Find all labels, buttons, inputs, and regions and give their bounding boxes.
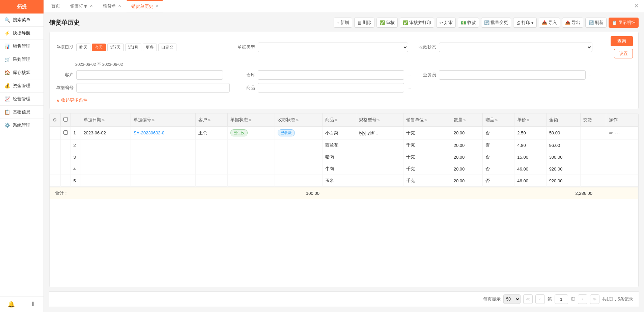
th-goods[interactable]: 商品⇅ xyxy=(322,113,356,127)
edit-action-btn[interactable]: ✏ xyxy=(609,130,613,136)
query-button[interactable]: 查询 xyxy=(611,36,633,46)
first-page-btn[interactable]: ≪ xyxy=(523,294,533,304)
th-unit[interactable]: 销售单位⇅ xyxy=(403,113,451,127)
date-1month-btn[interactable]: 近1月 xyxy=(125,44,142,51)
th-doc-date[interactable]: 单据日期⇅ xyxy=(81,113,131,127)
th-qty[interactable]: 数量⇅ xyxy=(451,113,482,127)
td-action xyxy=(606,151,638,163)
date-more-btn[interactable]: 更多 xyxy=(143,44,157,51)
page-input[interactable] xyxy=(555,294,568,304)
td-customer xyxy=(196,151,227,163)
tab-bar-close-btn[interactable]: ✕ xyxy=(632,3,641,9)
td-doc-status xyxy=(227,175,275,187)
filter-goods-input[interactable] xyxy=(258,83,404,93)
export-button[interactable]: 📤 导出 xyxy=(562,18,583,28)
prev-page-btn[interactable]: ‹ xyxy=(535,294,545,304)
th-spec[interactable]: 规格型号⇅ xyxy=(356,113,403,127)
notification-btn[interactable]: 🔔 xyxy=(5,299,18,309)
settings-button[interactable]: 设置 xyxy=(614,49,633,58)
print-button[interactable]: 🖨 打印 ▾ xyxy=(513,18,537,28)
td-action: ✏⋯ xyxy=(606,127,638,139)
filter-warehouse-suffix[interactable]: ... xyxy=(408,73,411,77)
table-row: 5 玉米 千克 20.00 否 46.00 920.00 xyxy=(50,175,638,187)
filter-panel: 单据日期 昨天 今天 近7天 近1月 更多 自定义 单据类型 xyxy=(49,32,639,109)
batch-change-button[interactable]: 🔄 批量变更 xyxy=(481,18,511,28)
data-table-container: ⚙ 单据日期⇅ 单据编号⇅ 客户⇅ xyxy=(49,113,639,287)
date-custom-btn[interactable]: 自定义 xyxy=(158,44,176,51)
tab-sales-order[interactable]: 销售订单 ✕ xyxy=(65,0,97,12)
date-today-btn[interactable]: 今天 xyxy=(92,44,106,51)
td-unit: 千克 xyxy=(403,151,451,163)
show-detail-button[interactable]: 📋 显示明细 xyxy=(609,18,639,28)
sidebar-item-inventory-calc[interactable]: 🏠 库存核算 xyxy=(0,66,44,79)
row-checkbox[interactable] xyxy=(63,130,68,135)
filter-salesperson-suffix[interactable]: ... xyxy=(589,73,592,77)
th-unit-price-label: 单价 xyxy=(517,117,526,123)
sidebar-item-sales-mgmt[interactable]: 📊 销售管理 xyxy=(0,40,44,53)
td-unit: 千克 xyxy=(403,127,451,139)
td-gift: 否 xyxy=(483,175,514,187)
sidebar-item-fund-mgmt[interactable]: 💰 资金管理 xyxy=(0,79,44,93)
filter-customer-input[interactable] xyxy=(76,70,223,80)
sidebar-label-inventory-calc: 库存核算 xyxy=(13,70,30,76)
tab-sales-goods[interactable]: 销货单 ✕ xyxy=(98,0,126,12)
date-yesterday-btn[interactable]: 昨天 xyxy=(76,44,90,51)
sidebar-item-ops-mgmt[interactable]: 📈 经营管理 xyxy=(0,93,44,106)
filter-customer-suffix[interactable]: ... xyxy=(226,73,230,77)
more-action-btn[interactable]: ⋯ xyxy=(615,130,620,136)
th-doc-no-label: 单据编号 xyxy=(134,117,151,123)
filter-docno-input[interactable] xyxy=(76,83,230,93)
tab-sales-history-close[interactable]: ✕ xyxy=(155,4,158,8)
doc-no-link[interactable]: SA-20230602-0 xyxy=(134,130,164,135)
page-label: 第 xyxy=(548,296,552,302)
th-amount-label: 金额 xyxy=(549,117,558,122)
th-gift[interactable]: 赠品⇅ xyxy=(483,113,514,127)
sidebar-item-basic-info[interactable]: 📋 基础信息 xyxy=(0,106,44,119)
sidebar-item-quick-nav[interactable]: ⚡ 快捷导航 xyxy=(0,27,44,40)
td-gear xyxy=(50,175,60,187)
td-rowno: 2 xyxy=(71,139,81,151)
pause-btn[interactable]: ⏸ xyxy=(27,299,39,309)
next-page-btn[interactable]: › xyxy=(578,294,587,304)
sidebar-item-search-menu[interactable]: 🔍 搜索菜单 xyxy=(0,14,44,27)
delete-button[interactable]: 🗑 删除 xyxy=(354,18,374,28)
filter-customer-label: 客户 xyxy=(55,72,74,78)
filter-doc-type-select[interactable] xyxy=(258,43,409,52)
audit-print-button[interactable]: ✅ 审核并打印 xyxy=(400,18,434,28)
filter-salesperson-input[interactable] xyxy=(439,70,586,80)
audit-button[interactable]: ✅ 审核 xyxy=(376,18,398,28)
date-7days-btn[interactable]: 近7天 xyxy=(107,44,124,51)
th-unit-price[interactable]: 单价⇅ xyxy=(514,113,546,127)
collect-button[interactable]: 💵 收款 xyxy=(458,18,479,28)
tab-home[interactable]: 首页 xyxy=(47,0,65,12)
tab-bar: 首页 销售订单 ✕ 销货单 ✕ 销货单历史 ✕ ✕ xyxy=(44,0,644,12)
tab-sales-order-close[interactable]: ✕ xyxy=(90,4,93,8)
th-gear[interactable]: ⚙ xyxy=(50,113,60,127)
abandon-button[interactable]: ↩ 弃审 xyxy=(436,18,456,28)
filter-more-btn[interactable]: ∧ 收起更多条件 xyxy=(55,96,633,105)
gear-icon[interactable]: ⚙ xyxy=(53,117,57,123)
sidebar-item-purchase-mgmt[interactable]: 🛒 采购管理 xyxy=(0,53,44,66)
page-size-select[interactable]: 20 50 100 200 xyxy=(503,294,521,304)
sidebar-label-sys-mgmt: 系统管理 xyxy=(13,122,30,128)
import-button[interactable]: 📥 导入 xyxy=(539,18,560,28)
filter-actions: 查询 设置 xyxy=(599,36,633,58)
audit-label: 审核 xyxy=(386,20,395,26)
select-all-checkbox[interactable] xyxy=(63,117,68,122)
refresh-button[interactable]: 🔃 刷新 xyxy=(585,18,607,28)
th-doc-no[interactable]: 单据编号⇅ xyxy=(131,113,196,127)
new-button[interactable]: + 新增 xyxy=(334,18,352,28)
filter-warehouse-input[interactable] xyxy=(258,70,404,80)
th-customer[interactable]: 客户⇅ xyxy=(196,113,227,127)
filter-goods-suffix[interactable]: ... xyxy=(408,85,411,90)
sidebar-item-sys-mgmt[interactable]: ⚙️ 系统管理 xyxy=(0,119,44,132)
td-doc-no xyxy=(131,151,196,163)
th-payment-status[interactable]: 收款状态⇅ xyxy=(275,113,323,127)
tab-sales-history[interactable]: 销货单历史 ✕ xyxy=(127,0,163,12)
sidebar-label-search-menu: 搜索菜单 xyxy=(13,17,30,23)
filter-payment-status-select[interactable] xyxy=(439,43,592,52)
last-page-btn[interactable]: ≫ xyxy=(590,294,599,304)
tab-sales-goods-close[interactable]: ✕ xyxy=(118,4,121,8)
th-doc-status[interactable]: 单据状态⇅ xyxy=(227,113,275,127)
th-doc-date-label: 单据日期 xyxy=(84,117,101,123)
